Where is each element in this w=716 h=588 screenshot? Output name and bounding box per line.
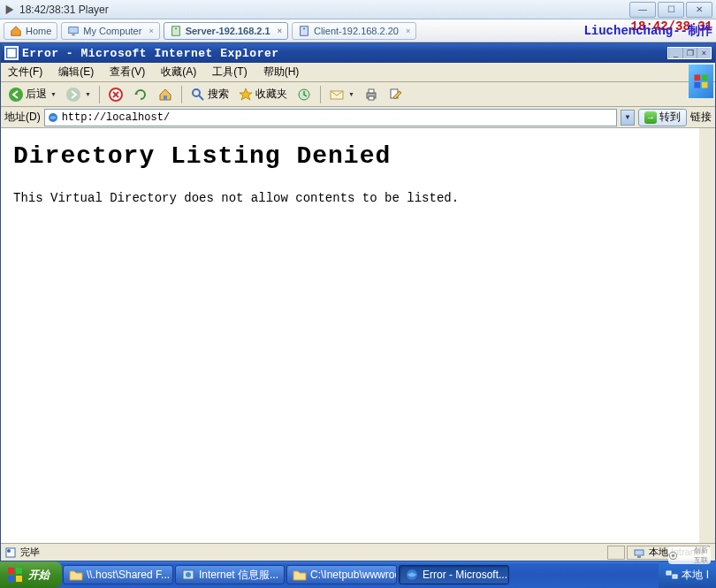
menu-file[interactable]: 文件(F) bbox=[4, 63, 46, 81]
start-label: 开始 bbox=[28, 568, 50, 583]
tab-close-icon[interactable]: × bbox=[406, 27, 410, 35]
dropdown-icon[interactable]: ▼ bbox=[85, 91, 91, 97]
go-button[interactable]: → 转到 bbox=[638, 109, 687, 126]
svg-rect-24 bbox=[369, 96, 374, 100]
dropdown-icon[interactable]: ▼ bbox=[348, 91, 354, 97]
svg-rect-3 bbox=[171, 26, 179, 35]
minimize-button[interactable]: — bbox=[629, 2, 656, 18]
windows-flag-icon bbox=[7, 567, 23, 583]
svg-rect-31 bbox=[637, 556, 641, 558]
vm-tab-label: My Computer bbox=[83, 26, 141, 36]
vm-tab-label: Client-192.168.2.20 bbox=[314, 26, 399, 36]
ie-titlebar: Error - Microsoft Internet Explorer _ ❐ … bbox=[1, 43, 715, 63]
svg-rect-28 bbox=[6, 548, 15, 557]
xp-taskbar: 开始 \\.host\Shared F... Internet 信息服... C… bbox=[0, 561, 716, 588]
status-text: 完毕 bbox=[20, 546, 40, 559]
taskbar-label: Error - Microsoft... bbox=[423, 569, 507, 581]
taskbar-label: Internet 信息服... bbox=[199, 568, 278, 583]
svg-rect-11 bbox=[702, 82, 708, 88]
ie-page-icon bbox=[4, 46, 19, 60]
watermark-text: 创新互联 bbox=[694, 546, 711, 565]
print-button[interactable] bbox=[360, 85, 383, 104]
page-ie-icon bbox=[47, 111, 59, 124]
vm-tab-label: Home bbox=[26, 26, 51, 36]
page-heading: Directory Listing Denied bbox=[13, 142, 687, 170]
search-button[interactable]: 搜索 bbox=[187, 85, 232, 104]
svg-line-18 bbox=[199, 95, 203, 100]
ie-minimize-button[interactable]: _ bbox=[668, 48, 682, 58]
svg-rect-1 bbox=[69, 27, 79, 33]
forward-button[interactable]: ▼ bbox=[62, 85, 95, 104]
taskbar-item-iis[interactable]: Internet 信息服... bbox=[175, 565, 285, 584]
maximize-button[interactable]: ☐ bbox=[658, 2, 684, 18]
svg-rect-5 bbox=[301, 26, 308, 35]
ie-close-button[interactable]: × bbox=[697, 48, 711, 58]
stop-button[interactable] bbox=[104, 85, 127, 104]
ie-statusbar: 完毕 本地 Intranet bbox=[1, 543, 715, 561]
menu-edit[interactable]: 编辑(E) bbox=[55, 63, 97, 81]
menu-help[interactable]: 帮助(H) bbox=[260, 63, 303, 81]
address-input[interactable] bbox=[62, 111, 614, 125]
start-button[interactable]: 开始 bbox=[0, 561, 62, 588]
mail-button[interactable]: ▼ bbox=[325, 85, 358, 104]
svg-rect-30 bbox=[635, 550, 644, 555]
go-arrow-icon: → bbox=[644, 111, 657, 124]
home-icon bbox=[10, 25, 22, 37]
address-dropdown-button[interactable]: ▼ bbox=[621, 110, 635, 126]
svg-rect-35 bbox=[16, 576, 22, 582]
taskbar-item-wwwroot[interactable]: C:\Inetpub\wwwroot bbox=[286, 565, 397, 584]
ie-icon bbox=[405, 568, 419, 582]
client-icon bbox=[298, 25, 310, 37]
overlay-author: Liuchenchang--制作 bbox=[583, 23, 712, 39]
player-title: 18:42/38:31 Player bbox=[19, 4, 109, 16]
svg-rect-32 bbox=[8, 568, 14, 574]
refresh-button[interactable] bbox=[129, 85, 152, 104]
svg-rect-40 bbox=[673, 575, 677, 578]
address-input-wrap[interactable] bbox=[44, 109, 617, 126]
history-icon bbox=[296, 87, 312, 103]
page-body: This Virtual Directory does not allow co… bbox=[13, 191, 687, 205]
taskbar-label: C:\Inetpub\wwwroot bbox=[310, 569, 397, 581]
svg-rect-2 bbox=[72, 34, 76, 35]
taskbar-label: \\.host\Shared F... bbox=[87, 569, 170, 581]
done-icon bbox=[4, 546, 17, 559]
back-label: 后退 bbox=[26, 87, 47, 102]
svg-point-6 bbox=[303, 27, 305, 29]
vm-tab-mycomputer[interactable]: My Computer × bbox=[61, 22, 159, 40]
print-icon bbox=[363, 87, 379, 103]
forward-icon bbox=[65, 87, 81, 103]
close-button[interactable]: ✕ bbox=[686, 2, 712, 18]
tab-close-icon[interactable]: × bbox=[278, 27, 282, 35]
ie-menubar: 文件(F) 编辑(E) 查看(V) 收藏(A) 工具(T) 帮助(H) bbox=[1, 63, 715, 82]
vm-tab-home[interactable]: Home bbox=[4, 22, 57, 40]
links-label[interactable]: 链接 bbox=[690, 110, 712, 125]
svg-rect-23 bbox=[369, 89, 374, 93]
ie-title: Error - Microsoft Internet Explorer bbox=[22, 47, 279, 60]
computer-icon bbox=[67, 25, 80, 37]
system-tray[interactable]: 本地 I bbox=[659, 561, 716, 588]
ie-addressbar: 地址(D) ▼ → 转到 链接 bbox=[1, 107, 715, 128]
svg-rect-34 bbox=[8, 576, 14, 582]
search-label: 搜索 bbox=[208, 87, 229, 102]
favorites-button[interactable]: 收藏夹 bbox=[234, 85, 291, 104]
browser-viewport: Directory Listing Denied This Virtual Di… bbox=[1, 128, 715, 543]
vm-tab-client[interactable]: Client-192.168.2.20 × bbox=[292, 22, 416, 40]
mail-icon bbox=[329, 87, 345, 103]
star-icon bbox=[238, 87, 254, 103]
tab-close-icon[interactable]: × bbox=[149, 27, 153, 35]
menu-favorites[interactable]: 收藏(A) bbox=[157, 63, 200, 81]
ie-throbber-icon bbox=[689, 65, 713, 98]
back-button[interactable]: 后退 ▼ bbox=[4, 85, 60, 104]
svg-marker-19 bbox=[240, 88, 252, 100]
history-button[interactable] bbox=[293, 85, 316, 104]
ie-restore-button[interactable]: ❐ bbox=[682, 48, 697, 58]
taskbar-item-ie-error[interactable]: Error - Microsoft... bbox=[399, 565, 509, 584]
svg-rect-9 bbox=[702, 75, 708, 81]
vm-tab-server[interactable]: Server-192.168.2.1 × bbox=[164, 22, 288, 40]
taskbar-item-sharedfolder[interactable]: \\.host\Shared F... bbox=[63, 565, 173, 584]
edit-button[interactable] bbox=[385, 85, 408, 104]
dropdown-icon[interactable]: ▼ bbox=[50, 91, 57, 97]
menu-tools[interactable]: 工具(T) bbox=[209, 63, 250, 81]
home-button[interactable] bbox=[154, 85, 177, 104]
menu-view[interactable]: 查看(V) bbox=[106, 63, 149, 81]
